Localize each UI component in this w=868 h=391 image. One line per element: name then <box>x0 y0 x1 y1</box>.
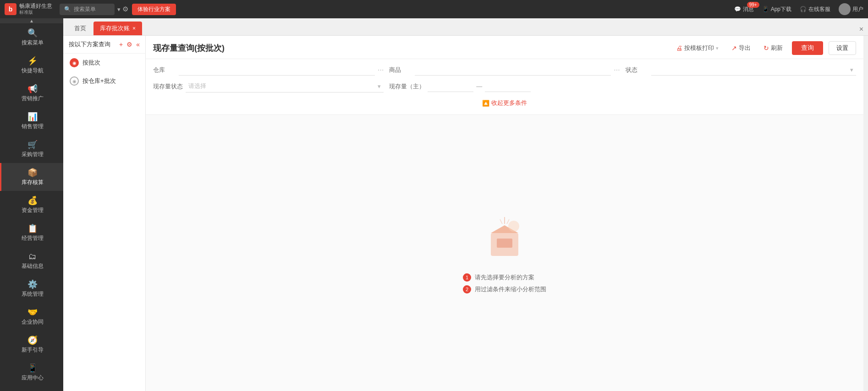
dropdown-icon[interactable]: ▾ <box>117 6 121 13</box>
sidebar-item-system[interactable]: ⚙️ 系统管理 <box>0 275 63 303</box>
scheme-settings-icon[interactable]: ⚙ <box>126 41 132 48</box>
refresh-btn[interactable]: ↻ 刷新 <box>760 42 786 54</box>
sidebar-item-marketing[interactable]: 📢 营销推广 <box>0 79 63 107</box>
edition-label: 标准版 <box>19 9 52 16</box>
svg-point-3 <box>508 221 519 232</box>
print-label: 按模板打印 <box>684 44 714 52</box>
goods-input[interactable] <box>415 65 611 76</box>
stock-amount-dash: — <box>476 83 482 90</box>
tip-text-2: 用过滤条件来缩小分析范围 <box>475 285 546 293</box>
sidebar-sales-icon: 📊 <box>27 113 38 121</box>
topbar-nav-icons: ▾ ⚙ <box>117 5 128 13</box>
right-scrollbar[interactable] <box>863 36 868 391</box>
tip-num-1: 1 <box>463 273 471 282</box>
logo-icon: b <box>5 3 16 15</box>
sidebar-item-quick[interactable]: ⚡ 快捷导航 <box>0 51 63 79</box>
message-btn[interactable]: 💬 消息 99+ <box>734 5 754 13</box>
sidebar-item-finance[interactable]: 💰 资金管理 <box>0 191 63 219</box>
sidebar-item-purchase[interactable]: 🛒 采购管理 <box>0 135 63 163</box>
sidebar-operation-label: 经营管理 <box>22 234 44 242</box>
search-bar[interactable]: 🔍 搜索菜单 <box>60 4 115 15</box>
sidebar-item-inventory[interactable]: 📦 库存核算 <box>0 163 63 191</box>
sidebar-item-operation[interactable]: 📋 经营管理 <box>0 219 63 247</box>
page-header-actions: 🖨 按模板打印 ▾ ↗ 导出 ↻ 刷新 查询 设置 <box>672 41 856 55</box>
sidebar-item-sales[interactable]: 📊 销售管理 <box>0 107 63 135</box>
collapse-label: 收起更多条件 <box>491 99 527 107</box>
scheme-batch-icon: ◉ <box>70 58 79 67</box>
sidebar-marketing-icon: 📢 <box>27 85 38 93</box>
search-icon: 🔍 <box>64 6 71 12</box>
message-badge: 99+ <box>747 2 759 8</box>
sidebar-system-label: 系统管理 <box>22 290 44 298</box>
sidebar-sales-label: 销售管理 <box>22 123 44 130</box>
left-panel-header: 按以下方案查询 + ⚙ « <box>63 36 145 54</box>
stock-amount-max-input[interactable] <box>485 81 531 92</box>
sidebar-collab-icon: 🤝 <box>27 308 38 316</box>
page-header: 现存量查询(按批次) 🖨 按模板打印 ▾ ↗ 导出 ↻ <box>146 36 863 59</box>
top-bar: b 畅康通好生意 标准版 🔍 搜索菜单 ▾ ⚙ 体验行业方案 💬 消息 99+ … <box>0 0 868 18</box>
content-area: 首页 库存批次账 × × 按以下方案查询 + ⚙ « ◉ <box>63 18 868 391</box>
collapse-btn[interactable]: 🔼 收起更多条件 <box>477 97 533 109</box>
warehouse-filter: 仓库 ··· <box>153 65 384 76</box>
sidebar-item-apps[interactable]: 📱 应用中心 <box>0 358 63 386</box>
stock-status-label: 现存量状态 <box>153 82 183 91</box>
collapse-panel-icon[interactable]: « <box>136 41 140 48</box>
warehouse-input[interactable] <box>179 65 375 76</box>
topbar-right: 💬 消息 99+ 📱 App下载 🎧 在线客服 用户 <box>734 3 863 15</box>
goods-label: 商品 <box>389 66 412 74</box>
headset-icon: 🎧 <box>800 6 807 12</box>
scheme-item-batch[interactable]: ◉ 按批次 <box>63 54 145 72</box>
tab-close-icon[interactable]: × <box>132 25 136 32</box>
sidebar-newbie-icon: 🧭 <box>27 336 38 344</box>
print-btn[interactable]: 🖨 按模板打印 ▾ <box>672 42 722 54</box>
experience-btn[interactable]: 体验行业方案 <box>132 4 176 15</box>
app-download-label: App下载 <box>771 5 791 13</box>
status-select[interactable]: ▾ <box>651 65 856 76</box>
gear-icon[interactable]: ⚙ <box>122 5 128 13</box>
query-btn[interactable]: 查询 <box>792 41 823 55</box>
sidebar-purchase-icon: 🛒 <box>27 141 38 149</box>
svg-line-5 <box>500 219 502 224</box>
sidebar-items: 🔍 搜索菜单 ⚡ 快捷导航 📢 营销推广 📊 销售管理 🛒 采购管理 📦 库存核… <box>0 23 63 391</box>
stock-status-select[interactable]: 请选择 ▾ <box>186 80 384 92</box>
scheme-warehouse_batch-icon: ◉ <box>70 76 79 86</box>
user-avatar-btn[interactable]: 用户 <box>839 3 863 15</box>
sidebar-item-search[interactable]: 🔍 搜索菜单 <box>0 23 63 51</box>
stock-status-filter: 现存量状态 请选择 ▾ <box>153 80 384 92</box>
empty-tip-2: 2 用过滤条件来缩小分析范围 <box>463 285 546 293</box>
filter-area: 仓库 ··· 商品 ··· 状态 <box>146 59 863 115</box>
sidebar-item-newbie[interactable]: 🧭 新手引导 <box>0 331 63 358</box>
stock-amount-min-input[interactable] <box>428 81 473 92</box>
sidebar-collab-label: 企业协同 <box>22 318 44 326</box>
scheme-item-warehouse_batch[interactable]: ◉ 按仓库+批次 <box>63 72 145 90</box>
tip-text-1: 请先选择要分析的方案 <box>475 273 534 282</box>
filter-row-1: 仓库 ··· 商品 ··· 状态 <box>153 65 856 76</box>
left-panel: 按以下方案查询 + ⚙ « ◉ 按批次 ◉ 按仓库+批次 <box>63 36 146 391</box>
goods-dots[interactable]: ··· <box>614 66 620 74</box>
scheme-items: ◉ 按批次 ◉ 按仓库+批次 <box>63 54 145 90</box>
filter-row-2: 现存量状态 请选择 ▾ 现存量（主） — <box>153 80 856 92</box>
sidebar-item-basic[interactable]: 🗂 基础信息 <box>0 247 63 275</box>
sidebar-item-collab[interactable]: 🤝 企业协同 <box>0 303 63 331</box>
sidebar-purchase-label: 采购管理 <box>22 151 44 158</box>
refresh-icon: ↻ <box>764 44 769 52</box>
tab-inventory-batch[interactable]: 库存批次账 × <box>93 22 142 35</box>
online-service-btn[interactable]: 🎧 在线客服 <box>800 5 830 13</box>
tab-home[interactable]: 首页 <box>68 22 93 35</box>
tab-bar: 首页 库存批次账 × × <box>63 18 868 36</box>
search-placeholder: 搜索菜单 <box>74 5 96 13</box>
svg-line-6 <box>507 219 509 224</box>
sidebar-item-wechat[interactable]: 💬 企业微信 <box>0 386 63 391</box>
warehouse-dots[interactable]: ··· <box>378 66 384 74</box>
settings-btn[interactable]: 设置 <box>829 41 856 55</box>
page-title: 现存量查询(按批次) <box>153 43 225 54</box>
export-btn[interactable]: ↗ 导出 <box>728 42 754 54</box>
sidebar-search-label: 搜索菜单 <box>22 39 44 47</box>
sidebar: ▲ 🔍 搜索菜单 ⚡ 快捷导航 📢 营销推广 📊 销售管理 🛒 采购管理 📦 库… <box>0 18 63 391</box>
sidebar-scroll-up[interactable]: ▲ <box>0 18 63 23</box>
app-download-btn[interactable]: 📱 App下载 <box>762 5 791 13</box>
tab-close-right-btn[interactable]: × <box>857 23 865 35</box>
sidebar-operation-icon: 📋 <box>27 224 38 233</box>
add-scheme-icon[interactable]: + <box>119 41 123 48</box>
logo-text-wrap: 畅康通好生意 标准版 <box>19 3 52 16</box>
